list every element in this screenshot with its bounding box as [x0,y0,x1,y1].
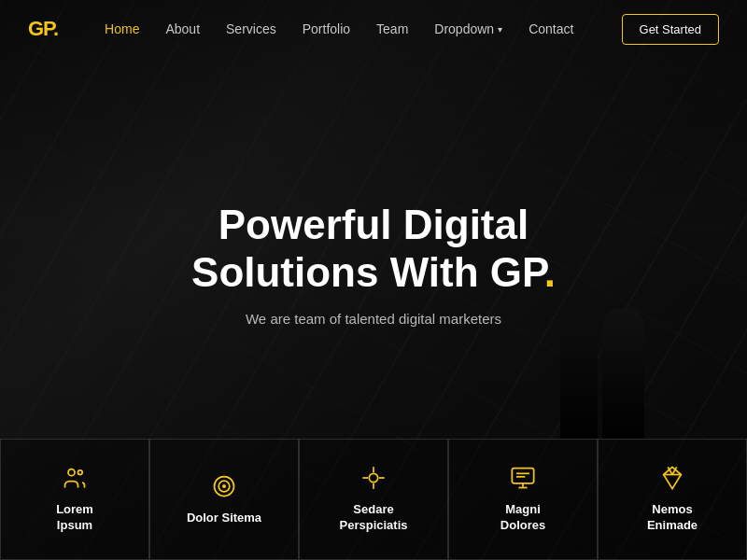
brand-logo[interactable]: GP. [28,17,58,41]
card-label-lorem-ipsum: LoremIpsum [56,502,93,534]
chevron-down-icon: ▾ [498,24,502,35]
nav-home[interactable]: Home [105,21,139,36]
card-label-dolor-sitema: Dolor Sitema [187,511,261,526]
diamond-icon [659,465,685,495]
feature-card-dolor-sitema[interactable]: Dolor Sitema [149,439,299,560]
feature-card-nemos-enimade[interactable]: NemosEnimade [598,439,747,560]
svg-point-4 [223,484,225,486]
nav-services[interactable]: Services [226,21,276,36]
svg-point-1 [78,470,83,475]
card-label-magni-dolores: MagniDolores [500,502,545,534]
monitor-icon [510,465,536,495]
feature-card-magni-dolores[interactable]: MagniDolores [448,439,598,560]
target-icon [211,473,237,503]
logo-dot: . [53,17,58,40]
navbar: GP. Home About Services Portfolio Team D… [0,0,747,58]
svg-point-9 [369,473,377,482]
nav-dropdown[interactable]: Dropdown ▾ [434,21,502,36]
svg-marker-15 [664,467,682,488]
hero-section: GP. Home About Services Portfolio Team D… [0,0,747,560]
hero-title: Powerful Digital Solutions With GP. [112,202,635,296]
feature-cards: LoremIpsum Dolor Sitema [0,439,747,560]
hero-subtitle: We are team of talented digital marketer… [112,312,635,328]
card-label-sedare-perspiciatis: SedarePerspiciatis [340,502,408,534]
nav-portfolio[interactable]: Portfolio [303,21,350,36]
svg-point-0 [68,469,75,476]
logo-text: GP [28,17,53,40]
svg-rect-10 [512,469,533,483]
get-started-button[interactable]: Get Started [622,14,719,45]
nav-contact[interactable]: Contact [529,21,573,36]
nav-about[interactable]: About [165,21,200,36]
feature-card-sedare-perspiciatis[interactable]: SedarePerspiciatis [299,439,448,560]
hero-content: Powerful Digital Solutions With GP. We a… [112,202,635,364]
nav-team[interactable]: Team [376,21,408,36]
nav-links: Home About Services Portfolio Team Dropd… [105,21,621,36]
crosshair-icon [360,465,387,495]
people-icon [62,465,88,495]
card-label-nemos-enimade: NemosEnimade [647,502,698,534]
feature-card-lorem-ipsum[interactable]: LoremIpsum [0,439,149,560]
